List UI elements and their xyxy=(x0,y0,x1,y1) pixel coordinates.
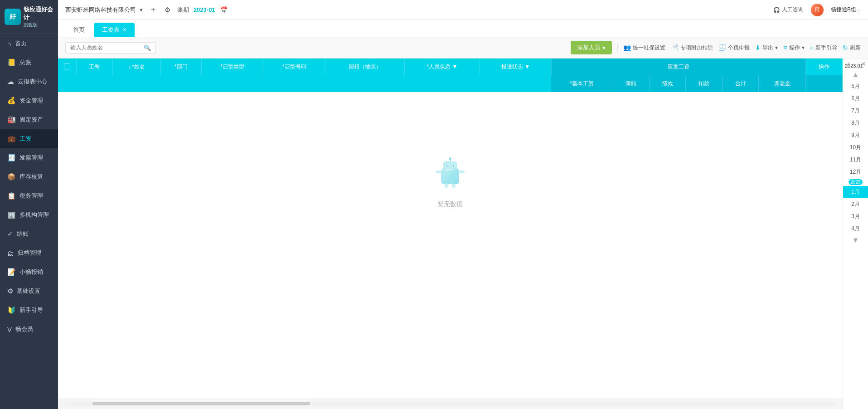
operations-button[interactable]: ≡ 操作 ▾ xyxy=(783,44,804,52)
operations-chevron-icon: ▾ xyxy=(802,44,805,51)
table-area: 工号 ↕ *姓名 *部门 *证型类型 *证型号码 国籍（地区） *人员状态 ▼ … xyxy=(58,58,843,409)
archive-icon: 🗂 xyxy=(7,249,14,257)
ledger-icon: 📒 xyxy=(7,58,16,67)
filter-icon[interactable]: ▼ xyxy=(452,63,458,70)
personal-tax-button[interactable]: 🧾 个税申报 xyxy=(718,44,750,52)
sidebar-item-label: 结账 xyxy=(17,230,29,238)
sidebar-item-fixed-assets[interactable]: 🏭 固定资产 xyxy=(0,110,58,129)
support-button[interactable]: 🎧 人工咨询 xyxy=(773,6,804,14)
tab-salary-table[interactable]: 工资表 ✕ xyxy=(94,23,135,37)
right-panel-controls: ⤢ 2023.01 ✕ xyxy=(843,62,868,69)
horizontal-scrollbar[interactable] xyxy=(65,402,835,405)
scrollbar-thumb[interactable] xyxy=(92,402,310,405)
sidebar-item-guide[interactable]: 🔰 新手引导 xyxy=(0,301,58,320)
refresh-button[interactable]: ↻ 刷新 xyxy=(843,44,861,52)
empty-subheader xyxy=(58,75,551,92)
tab-salary-label: 工资表 xyxy=(102,26,120,34)
table-header-checkbox[interactable] xyxy=(58,58,76,75)
operations-label: 操作 xyxy=(789,44,800,52)
svg-rect-1 xyxy=(443,161,457,170)
sidebar-item-member[interactable]: V 畅会员 xyxy=(0,320,58,339)
search-input[interactable] xyxy=(70,44,141,51)
sidebar-item-label: 云报表中心 xyxy=(18,78,47,86)
search-box[interactable]: 🔍 xyxy=(65,42,156,54)
col-nationality: 国籍（地区） xyxy=(325,58,405,75)
sidebar-item-expense[interactable]: 📝 小畅报销 xyxy=(0,263,58,282)
month-item-2[interactable]: 2月 xyxy=(843,198,868,210)
add-person-button[interactable]: 添加人员 ▾ xyxy=(571,41,612,54)
tabs-bar: 首页 工资表 ✕ xyxy=(58,20,868,37)
sidebar-item-settle[interactable]: ✓ 结账 xyxy=(0,224,58,243)
svg-rect-13 xyxy=(444,170,449,171)
sidebar-item-cloud-report[interactable]: ☁ 云报表中心 xyxy=(0,72,58,91)
month-item-11[interactable]: 11月 xyxy=(843,154,868,166)
col-total: 合计 xyxy=(722,75,758,92)
month-item-9[interactable]: 9月 xyxy=(843,129,868,141)
sidebar-item-label: 固定资产 xyxy=(19,116,43,124)
operations-icon: ≡ xyxy=(783,44,787,51)
scroll-down-button[interactable]: ▼ xyxy=(850,235,861,246)
sidebar-item-label: 库存核算 xyxy=(19,173,43,181)
scroll-up-button[interactable]: ▲ xyxy=(850,69,861,80)
sidebar-item-label: 工资 xyxy=(19,135,31,143)
month-item-6[interactable]: 6月 xyxy=(843,93,868,105)
special-deduction-button[interactable]: 📄 专项附加扣除 xyxy=(671,44,713,52)
sidebar-item-salary[interactable]: 💼 工资 xyxy=(0,129,58,148)
sidebar-item-invoice[interactable]: 🧾 发票管理 xyxy=(0,148,58,167)
month-item-3[interactable]: 3月 xyxy=(843,210,868,223)
month-item-current[interactable]: 1月 xyxy=(843,186,868,198)
sidebar-item-label: 基础设置 xyxy=(17,287,40,295)
calendar-icon[interactable]: 📅 xyxy=(220,6,228,14)
chevron-down-icon: ▼ xyxy=(139,7,144,13)
sidebar-item-multi-org[interactable]: 🏢 多机构管理 xyxy=(0,205,58,224)
select-all-checkbox[interactable] xyxy=(64,63,70,69)
sidebar-item-inventory[interactable]: 📦 库存核算 xyxy=(0,167,58,186)
export-chevron-icon: ▾ xyxy=(775,44,778,51)
sidebar-item-fund[interactable]: 💰 资金管理 xyxy=(0,91,58,110)
export-button[interactable]: ⬇ 导出 ▾ xyxy=(755,44,778,52)
tab-home[interactable]: 首页 xyxy=(65,23,92,37)
month-item-7[interactable]: 7月 xyxy=(843,105,868,117)
header-right: 🎧 人工咨询 用 畅捷通B组... xyxy=(773,4,861,16)
expand-icon[interactable]: ⤢ xyxy=(845,60,850,68)
empty-state: 暂无数据 xyxy=(58,92,843,273)
table-container[interactable]: 工号 ↕ *姓名 *部门 *证型类型 *证型号码 国籍（地区） *人员状态 ▼ … xyxy=(58,58,843,398)
month-item-10[interactable]: 10月 xyxy=(843,141,868,154)
header-left: 西安虾米网络科技有限公司 ▼ ＋ ⚙ 账期 2023-01 📅 xyxy=(65,5,228,15)
guide-button[interactable]: ○ 新手引导 xyxy=(810,44,837,52)
filter-icon[interactable]: ▼ xyxy=(524,63,530,70)
company-selector[interactable]: 西安虾米网络科技有限公司 ▼ xyxy=(65,6,144,14)
social-icon: 👥 xyxy=(623,44,631,51)
right-panel: ⤢ 2023.01 ✕ ▲ 5月 6月 7月 8月 9月 10月 11月 12月… xyxy=(843,58,868,409)
content-area: 工号 ↕ *姓名 *部门 *证型类型 *证型号码 国籍（地区） *人员状态 ▼ … xyxy=(58,58,868,409)
logo-icon: 好 xyxy=(5,9,21,25)
social-security-label: 统一社保设置 xyxy=(633,44,665,52)
sidebar-item-archive[interactable]: 🗂 归档管理 xyxy=(0,243,58,263)
month-item-12[interactable]: 12月 xyxy=(843,166,868,178)
company-name: 西安虾米网络科技有限公司 xyxy=(65,6,136,14)
home-icon: ⌂ xyxy=(7,40,11,48)
month-item-5[interactable]: 5月 xyxy=(843,80,868,93)
app-logo: 好 畅应通好会计 旗舰版 xyxy=(0,0,58,34)
sidebar-item-basic-settings[interactable]: ⚙ 基础设置 xyxy=(0,282,58,301)
user-name[interactable]: 畅捷通B组... xyxy=(831,6,861,14)
col-name: ↕ *姓名 xyxy=(112,58,160,75)
tab-close-icon[interactable]: ✕ xyxy=(122,27,127,33)
sidebar-item-ledger[interactable]: 📒 总账 xyxy=(0,53,58,72)
app-edition: 旗舰版 xyxy=(24,22,53,28)
guide-btn-icon: ○ xyxy=(810,44,814,51)
social-security-button[interactable]: 👥 统一社保设置 xyxy=(623,44,665,52)
expense-icon: 📝 xyxy=(7,268,16,276)
add-company-button[interactable]: ＋ xyxy=(148,5,158,15)
sidebar-item-tax[interactable]: 📋 税务管理 xyxy=(0,186,58,205)
month-item-8[interactable]: 8月 xyxy=(843,117,868,129)
sidebar-item-home[interactable]: ⌂ 首页 xyxy=(0,34,58,53)
export-icon: ⬇ xyxy=(755,44,761,51)
sort-icon: ↕ xyxy=(128,64,131,69)
settings-button[interactable]: ⚙ xyxy=(163,5,173,15)
sidebar-item-label: 总账 xyxy=(19,58,31,67)
svg-rect-12 xyxy=(452,183,456,188)
special-deduction-label: 专项附加扣除 xyxy=(680,44,713,52)
close-panel-icon[interactable]: ✕ xyxy=(861,60,866,68)
month-item-4[interactable]: 4月 xyxy=(843,223,868,235)
